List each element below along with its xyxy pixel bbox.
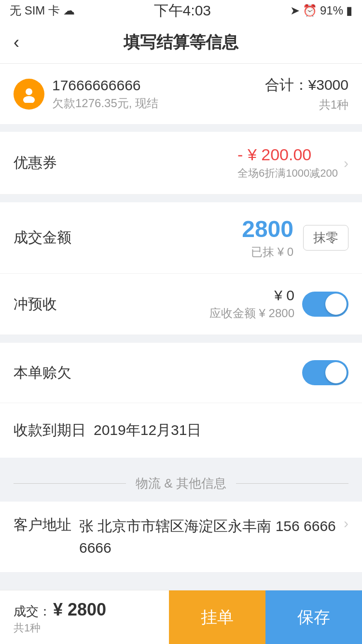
logistics-title: 物流 & 其他信息 — [136, 475, 226, 492]
chevron-right-icon: › — [344, 155, 348, 171]
transaction-right: 2800 已抹 ¥ 0 抹零 — [242, 216, 348, 260]
coupon-amount: - ¥ 200.00 — [237, 145, 338, 164]
customer-left: 17666666666 欠款1276.35元, 现结 — [14, 77, 158, 111]
pre-payment-values: ¥ 0 应收金额 ¥ 2800 — [209, 287, 294, 321]
logistics-line-left — [14, 483, 126, 484]
avatar — [14, 79, 44, 110]
customer-phone: 17666666666 — [52, 77, 158, 94]
battery-icon: ▮ — [346, 4, 352, 17]
svg-point-0 — [26, 88, 32, 95]
transaction-sub: 已抹 ¥ 0 — [242, 244, 293, 260]
pre-payment-amount: ¥ 0 — [209, 287, 294, 304]
coupon-row[interactable]: 优惠券 - ¥ 200.00 全场6折满1000减200 › — [0, 132, 362, 195]
sim-status: 无 SIM 卡 ☁ — [10, 3, 75, 18]
coupon-label: 优惠券 — [14, 153, 57, 173]
hold-order-button[interactable]: 挂单 — [169, 590, 265, 644]
customer-row: 17666666666 欠款1276.35元, 现结 合计：¥3000 共1种 — [0, 64, 362, 124]
bottom-summary: 成交： ¥ 2800 共1种 — [0, 600, 169, 635]
debt-toggle[interactable] — [302, 360, 348, 385]
separator-2 — [0, 335, 362, 343]
back-button[interactable]: ‹ — [14, 32, 19, 53]
due-date-row: 收款到期日 2019年12月31日 — [0, 403, 362, 458]
total-count: 共1种 — [265, 97, 348, 112]
clock-icon: ⏰ — [303, 4, 317, 17]
pre-payment-toggle[interactable] — [302, 292, 348, 317]
address-chevron-icon: › — [344, 515, 348, 532]
status-time: 下午4:03 — [154, 1, 211, 21]
transaction-value: 2800 — [242, 216, 293, 242]
save-button[interactable]: 保存 — [265, 590, 362, 644]
status-bar: 无 SIM 卡 ☁ 下午4:03 ➤ ⏰ 91% ▮ — [0, 0, 362, 21]
address-label: 客户地址 — [14, 515, 71, 535]
address-value: 张 北京市市辖区海淀区永丰南 156 6666 6666 — [79, 515, 344, 559]
customer-debt: 欠款1276.35元, 现结 — [52, 96, 158, 111]
due-date-value: 2019年12月31日 — [94, 420, 201, 440]
status-left: 无 SIM 卡 ☁ — [10, 3, 75, 18]
coupon-right: - ¥ 200.00 全场6折满1000减200 › — [237, 145, 348, 181]
pre-payment-sub: 应收金额 ¥ 2800 — [209, 306, 294, 321]
pre-payment-right: ¥ 0 应收金额 ¥ 2800 — [209, 287, 348, 321]
debt-row: 本单赊欠 — [0, 343, 362, 403]
battery-level: 91% — [320, 4, 343, 17]
nav-bar: ‹ 填写结算等信息 — [0, 21, 362, 64]
bottom-amount: ¥ 2800 — [53, 600, 106, 620]
status-right: ➤ ⏰ 91% ▮ — [290, 4, 352, 17]
pre-payment-label: 冲预收 — [14, 294, 57, 314]
transaction-row: 成交金额 2800 已抹 ¥ 0 抹零 — [0, 202, 362, 274]
address-row[interactable]: 客户地址 张 北京市市辖区海淀区永丰南 156 6666 6666 › — [0, 502, 362, 572]
due-date-label: 收款到期日 — [14, 420, 86, 440]
logistics-line-right — [236, 483, 348, 484]
logistics-header: 物流 & 其他信息 — [0, 465, 362, 502]
bottom-bar: 成交： ¥ 2800 共1种 挂单 保存 — [0, 590, 362, 644]
separator-3 — [0, 458, 362, 465]
transaction-label: 成交金额 — [14, 228, 71, 248]
bottom-count: 共1种 — [14, 621, 155, 635]
round-zero-button[interactable]: 抹零 — [303, 225, 348, 251]
customer-info: 17666666666 欠款1276.35元, 现结 — [52, 77, 158, 111]
page-title: 填写结算等信息 — [124, 31, 238, 54]
bottom-transaction-label: 成交： — [14, 603, 51, 620]
location-icon: ➤ — [290, 4, 300, 17]
content-area: 17666666666 欠款1276.35元, 现结 合计：¥3000 共1种 … — [0, 64, 362, 644]
separator-1 — [0, 195, 362, 202]
customer-right: 合计：¥3000 共1种 — [265, 75, 348, 112]
coupon-description: 全场6折满1000减200 — [237, 166, 338, 181]
pre-payment-row: 冲预收 ¥ 0 应收金额 ¥ 2800 — [0, 274, 362, 335]
debt-label: 本单赊欠 — [14, 363, 71, 383]
total-amount: 合计：¥3000 — [265, 75, 348, 95]
svg-point-1 — [23, 96, 35, 103]
